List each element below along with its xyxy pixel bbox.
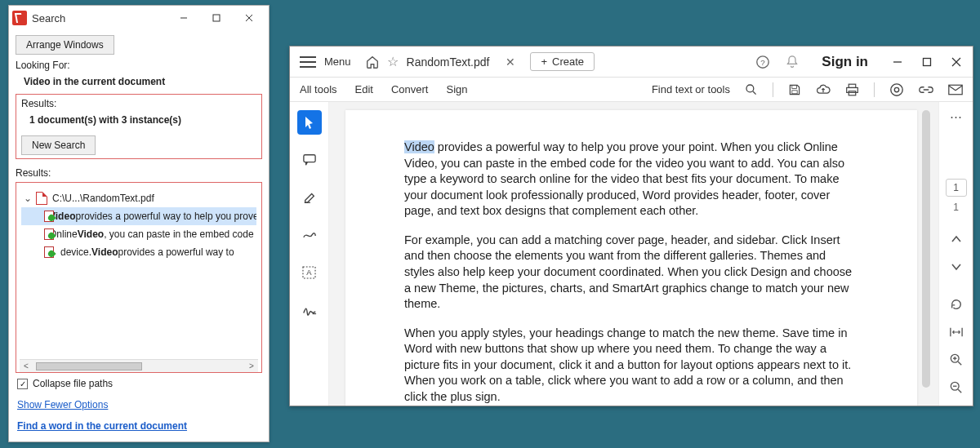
results-panel: ⌄ C:\U...\RandomText.pdf Video provides … bbox=[16, 182, 262, 373]
page-number-input[interactable]: 1 bbox=[946, 179, 967, 197]
plus-icon: + bbox=[541, 55, 547, 68]
hit-pre: device. bbox=[60, 246, 91, 258]
draw-tool[interactable] bbox=[297, 223, 322, 247]
hamburger-icon[interactable] bbox=[300, 56, 316, 68]
cloud-icon[interactable] bbox=[816, 83, 831, 96]
fit-width-icon[interactable] bbox=[944, 321, 969, 344]
sign-button[interactable]: Sign bbox=[446, 83, 467, 95]
minimize-button[interactable] bbox=[167, 7, 200, 29]
results-label: Results: bbox=[21, 98, 256, 109]
page-scrollbar[interactable] bbox=[920, 110, 932, 406]
svg-rect-1 bbox=[213, 15, 220, 21]
sign-in-button[interactable]: Sign in bbox=[808, 54, 881, 70]
highlight-tool[interactable] bbox=[297, 185, 322, 210]
reader-maximize-button[interactable] bbox=[914, 50, 940, 74]
text-box-tool[interactable]: A bbox=[297, 260, 322, 285]
page-area[interactable]: Video provides a powerful way to help yo… bbox=[329, 102, 938, 406]
find-text-label[interactable]: Find text or tools bbox=[652, 83, 730, 95]
search-window: Search Arrange Windows Looking For: Vide… bbox=[8, 5, 270, 442]
results-horizontal-scrollbar[interactable]: < > bbox=[20, 359, 258, 372]
results-summary-box: Results: 1 document(s) with 3 instance(s… bbox=[16, 94, 262, 159]
all-tools-button[interactable]: All tools bbox=[300, 83, 337, 95]
page-down-icon[interactable] bbox=[944, 255, 969, 278]
find-word-link[interactable]: Find a word in the current document bbox=[16, 415, 262, 437]
svg-line-11 bbox=[753, 91, 756, 95]
arrange-windows-button[interactable]: Arrange Windows bbox=[16, 35, 114, 55]
tab-name[interactable]: RandomText.pdf bbox=[407, 55, 490, 69]
scroll-thumb[interactable] bbox=[922, 110, 930, 388]
pdf-icon bbox=[36, 192, 47, 205]
paragraph[interactable]: When you apply styles, your headings cha… bbox=[404, 326, 858, 406]
svg-line-32 bbox=[958, 389, 961, 393]
page-up-icon[interactable] bbox=[944, 228, 969, 251]
scroll-right-icon[interactable]: > bbox=[245, 362, 258, 370]
results-list[interactable]: ⌄ C:\U...\RandomText.pdf Video provides … bbox=[20, 186, 258, 359]
search-hit[interactable]: Online Video , you can paste in the embe… bbox=[21, 225, 256, 243]
result-file-path: C:\U...\RandomText.pdf bbox=[52, 193, 154, 204]
search-hit[interactable]: Video provides a powerful way to help yo… bbox=[21, 207, 256, 225]
mail-icon[interactable] bbox=[948, 84, 963, 95]
paragraph[interactable]: Video provides a powerful way to help yo… bbox=[404, 140, 858, 220]
reader-titlebar[interactable]: Menu ☆ RandomText.pdf ✕ + Create ? Sign … bbox=[290, 47, 973, 78]
maximize-button[interactable] bbox=[200, 7, 233, 29]
paragraph-text: For example, you can add a matching cove… bbox=[404, 233, 852, 310]
select-tool[interactable] bbox=[297, 110, 322, 135]
collapse-paths-row[interactable]: ✓ Collapse file paths bbox=[16, 373, 262, 394]
ai-icon[interactable] bbox=[889, 82, 904, 97]
paragraph-text: provides a powerful way to help you prov… bbox=[404, 140, 844, 217]
comment-tool[interactable] bbox=[297, 148, 322, 172]
page-count: 1 bbox=[953, 202, 959, 213]
scroll-thumb[interactable] bbox=[36, 362, 142, 370]
more-icon[interactable]: ⋯ bbox=[944, 105, 969, 128]
reader-minimize-button[interactable] bbox=[884, 50, 911, 74]
svg-point-17 bbox=[891, 83, 902, 95]
star-icon[interactable]: ☆ bbox=[387, 54, 399, 69]
rotate-icon[interactable] bbox=[944, 293, 969, 316]
menu-label[interactable]: Menu bbox=[324, 55, 351, 68]
tab-close-icon[interactable]: ✕ bbox=[501, 52, 520, 72]
scroll-left-icon[interactable]: < bbox=[20, 362, 33, 370]
help-icon[interactable]: ? bbox=[750, 50, 776, 74]
reader-close-button[interactable] bbox=[943, 50, 969, 74]
reader-body: A Video provides a powerful way to help … bbox=[290, 102, 973, 406]
results-label-2: Results: bbox=[16, 167, 262, 179]
svg-point-18 bbox=[894, 87, 898, 91]
search-icon[interactable] bbox=[745, 83, 758, 96]
looking-for-value: Video in the current document bbox=[24, 76, 262, 87]
svg-rect-19 bbox=[949, 85, 962, 94]
svg-point-10 bbox=[746, 85, 754, 92]
search-hit[interactable]: device. Video provides a powerful way to bbox=[21, 243, 256, 261]
save-icon[interactable] bbox=[788, 83, 801, 96]
svg-rect-16 bbox=[849, 91, 856, 95]
sign-tool[interactable] bbox=[297, 298, 322, 322]
link-icon[interactable] bbox=[919, 83, 933, 96]
results-summary: 1 document(s) with 3 instance(s) bbox=[29, 114, 256, 126]
print-icon[interactable] bbox=[845, 83, 859, 96]
separator bbox=[773, 82, 773, 97]
show-fewer-link[interactable]: Show Fewer Options bbox=[16, 394, 262, 415]
create-button[interactable]: + Create bbox=[530, 52, 595, 71]
svg-line-28 bbox=[958, 362, 961, 365]
hit-post: provides a powerful way to bbox=[118, 246, 234, 258]
search-titlebar[interactable]: Search bbox=[9, 6, 269, 30]
tree-collapse-icon[interactable]: ⌄ bbox=[23, 193, 33, 204]
collapse-paths-label: Collapse file paths bbox=[33, 378, 113, 389]
edit-button[interactable]: Edit bbox=[355, 83, 373, 95]
hit-term: Video bbox=[91, 246, 118, 258]
bell-icon[interactable] bbox=[779, 50, 805, 74]
paragraph[interactable]: For example, you can add a matching cove… bbox=[404, 233, 858, 313]
new-search-button[interactable]: New Search bbox=[21, 135, 96, 155]
collapse-paths-checkbox[interactable]: ✓ bbox=[17, 379, 28, 389]
close-button[interactable] bbox=[233, 7, 265, 29]
left-toolbar: A bbox=[290, 102, 329, 406]
svg-rect-7 bbox=[924, 58, 931, 65]
looking-for-label: Looking For: bbox=[16, 60, 262, 71]
reader-window: Menu ☆ RandomText.pdf ✕ + Create ? Sign … bbox=[289, 46, 973, 406]
zoom-out-icon[interactable] bbox=[944, 376, 969, 399]
result-file-row[interactable]: ⌄ C:\U...\RandomText.pdf bbox=[21, 189, 256, 207]
svg-rect-14 bbox=[849, 84, 856, 87]
convert-button[interactable]: Convert bbox=[391, 83, 429, 95]
home-icon[interactable] bbox=[361, 51, 384, 73]
zoom-in-icon[interactable] bbox=[944, 348, 969, 371]
document-page[interactable]: Video provides a powerful way to help yo… bbox=[345, 110, 917, 406]
